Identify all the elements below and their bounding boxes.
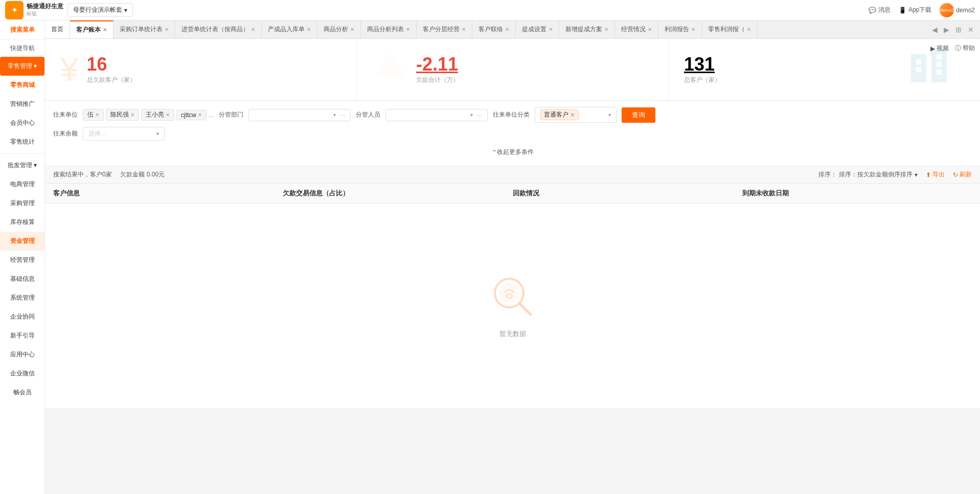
tab-commission-settings[interactable]: 提成设置 ✕ (516, 20, 559, 39)
sidebar-item-enterprise-wechat[interactable]: 企业微信 (0, 364, 44, 383)
tab-product-close[interactable]: ✕ (307, 27, 311, 32)
tab-new-commission-close[interactable]: ✕ (604, 27, 608, 32)
filter-more-units[interactable]: ... (209, 111, 214, 119)
tab-customer-layering[interactable]: 客户分层经营 ✕ (417, 20, 472, 39)
top-bar: ✦ 畅捷通好生意 标版 母婴行业演示帐套 ▾ 💬 消息 📱 App下载 demo… (0, 0, 980, 20)
tab-product-analysis-list-close[interactable]: ✕ (406, 27, 410, 32)
sidebar-item-system-mgmt[interactable]: 系统管理 (0, 288, 44, 307)
tag-chen-close[interactable]: ✕ (130, 112, 134, 118)
sidebar-item-basic-info[interactable]: 基础信息 (0, 270, 44, 288)
sidebar-item-retail-mall[interactable]: 零售商城 (0, 76, 44, 95)
tab-nav-expand[interactable]: ⊞ (953, 25, 964, 35)
tab-customer-ledger-label: 客户账本 (76, 26, 101, 34)
tab-inbound-stats[interactable]: 进货单统计表（按商品） ✕ (175, 20, 262, 39)
sidebar-item-inventory[interactable]: 库存核算 (0, 213, 44, 232)
sidebar-item-wholesale[interactable]: 批发管理 ▾ (0, 156, 44, 175)
person-more-icon[interactable]: ··· (477, 111, 482, 119)
filter-select-classification[interactable]: 普通客户 ✕ ▾ (535, 107, 617, 123)
export-button[interactable]: ⬆ 导出 (926, 170, 945, 179)
store-selector[interactable]: 母婴行业演示帐套 ▾ (67, 3, 133, 17)
store-arrow-icon: ▾ (124, 7, 127, 14)
filter-select-balance[interactable]: 选择... ▾ (83, 127, 165, 141)
filter-select-person[interactable]: ▾ ··· (385, 109, 488, 121)
svg-rect-5 (916, 67, 921, 72)
tab-business-close[interactable]: ✕ (648, 27, 652, 32)
tab-nav-next[interactable]: ▶ (942, 25, 951, 35)
message-btn[interactable]: 💬 消息 (869, 6, 891, 14)
filter-label-dept: 分管部门 (219, 110, 243, 119)
user-avatar-btn[interactable]: demo2 demo2 (940, 3, 975, 17)
sidebar-item-ecommerce[interactable]: 电商管理 (0, 175, 44, 194)
sort-selector[interactable]: 排序： 排序：按欠款金额倒序排序 ▾ (818, 170, 918, 179)
filter-input-classification: 普通客户 ✕ ▾ (535, 107, 617, 123)
tab-customer-contact-close[interactable]: ✕ (505, 27, 509, 32)
sidebar-item-enterprise-collab[interactable]: 企业协同 (0, 307, 44, 326)
classification-tag[interactable]: 普通客户 ✕ (540, 109, 579, 120)
refresh-icon: ↻ (953, 171, 958, 178)
stat-info-2: -2.11 欠款合计（万） (416, 55, 459, 84)
tab-product-analysis-close[interactable]: ✕ (350, 27, 354, 32)
tab-home[interactable]: 首页 (45, 20, 70, 39)
svg-rect-7 (937, 62, 942, 67)
filter-row-1: 往来单位 伍 ✕ 陈民强 ✕ 王小亮 ✕ (53, 107, 972, 123)
top-right-actions: ▶ 视频 ⓘ 帮助 (930, 44, 975, 53)
tag-wang-close[interactable]: ✕ (166, 112, 170, 118)
tab-new-commission[interactable]: 新增提成方案 ✕ (559, 20, 615, 39)
tab-product-analysis-list[interactable]: 商品分析列表 ✕ (361, 20, 417, 39)
tab-purchase-close[interactable]: ✕ (165, 27, 169, 32)
sidebar-item-app-center[interactable]: 应用中心 (0, 345, 44, 364)
tab-purchase-order-stats[interactable]: 采购订单统计表 ✕ (113, 20, 175, 39)
sidebar-quick-nav[interactable]: 快捷导航 (0, 40, 44, 57)
sidebar-item-member-plus[interactable]: 畅会员 (0, 383, 44, 402)
filter-tag-chen[interactable]: 陈民强 ✕ (106, 109, 139, 121)
filter-select-dept[interactable]: ▾ ··· (248, 109, 351, 121)
tab-profit-report[interactable]: 利润报告 ✕ (658, 20, 702, 39)
query-button[interactable]: 查询 (622, 107, 655, 123)
tab-nav-close-all[interactable]: ✕ (966, 25, 976, 35)
tab-product-analysis[interactable]: 商品分析 ✕ (317, 20, 361, 39)
tab-nav-prev[interactable]: ◀ (930, 25, 940, 35)
tab-retail-profit[interactable]: 零售利润报（ ✕ (702, 20, 758, 39)
refresh-button[interactable]: ↻ 刷新 (953, 170, 972, 179)
svg-rect-6 (937, 54, 942, 59)
collapse-filters-btn[interactable]: ⌃ 收起更多条件 (53, 145, 972, 160)
tab-business-status[interactable]: 经营情况 ✕ (615, 20, 658, 39)
classification-arrow-icon: ▾ (608, 112, 611, 118)
tag-cjttcw-close[interactable]: ✕ (198, 112, 202, 118)
results-right: 排序： 排序：按欠款金额倒序排序 ▾ ⬆ 导出 ↻ 刷新 (818, 170, 972, 179)
tab-inbound-close[interactable]: ✕ (251, 27, 255, 32)
tag-wu-close[interactable]: ✕ (95, 112, 99, 118)
sidebar-item-new-guide[interactable]: 新手引导 (0, 326, 44, 345)
tab-customer-layering-close[interactable]: ✕ (462, 27, 466, 32)
sidebar-item-purchase[interactable]: 采购管理 (0, 194, 44, 213)
tab-bar-right: ◀ ▶ ⊞ ✕ (926, 25, 980, 35)
filter-tag-wang[interactable]: 王小亮 ✕ (141, 109, 174, 121)
tab-customer-contact[interactable]: 客户联络 ✕ (472, 20, 516, 39)
sidebar-search[interactable]: 搜索菜单 (0, 20, 44, 40)
top-bar-left: ✦ 畅捷通好生意 标版 母婴行业演示帐套 ▾ (5, 1, 133, 19)
app-download-btn[interactable]: 📱 App下载 (899, 6, 931, 14)
tab-product-inbound[interactable]: 产成品入库单 ✕ (262, 20, 317, 39)
tab-customer-ledger[interactable]: 客户账本 ✕ (70, 20, 113, 39)
export-icon: ⬆ (926, 171, 931, 178)
sidebar-item-retail-mgmt[interactable]: 零售管理 ▾ (0, 57, 44, 76)
tab-customer-ledger-close[interactable]: ✕ (103, 27, 107, 33)
tab-profit-close[interactable]: ✕ (691, 27, 695, 32)
collapse-icon: ⌃ (492, 149, 497, 156)
results-summary: 搜索结果中，客户0家 欠款金额 0.00元 (53, 170, 165, 179)
dept-more-icon[interactable]: ··· (340, 111, 345, 119)
filter-tag-cjttcw[interactable]: cjttcw ✕ (176, 110, 207, 120)
sidebar-item-finance[interactable]: 资金管理 (0, 232, 44, 251)
tab-retail-profit-close[interactable]: ✕ (747, 27, 751, 32)
filter-tag-wu[interactable]: 伍 ✕ (83, 109, 104, 121)
video-btn[interactable]: ▶ 视频 (930, 44, 949, 53)
stat-icon-1: ¥ (60, 53, 79, 86)
sidebar-item-member-center[interactable]: 会员中心 (0, 114, 44, 132)
stat-value-2: -2.11 (416, 55, 459, 74)
sidebar-item-operations[interactable]: 经营管理 (0, 251, 44, 270)
classification-tag-close[interactable]: ✕ (570, 111, 575, 119)
tab-commission-settings-close[interactable]: ✕ (549, 27, 553, 32)
help-btn[interactable]: ⓘ 帮助 (955, 44, 975, 53)
sidebar-item-marketing[interactable]: 营销推广 (0, 95, 44, 114)
sidebar-item-retail-stats[interactable]: 零售统计 (0, 132, 44, 151)
